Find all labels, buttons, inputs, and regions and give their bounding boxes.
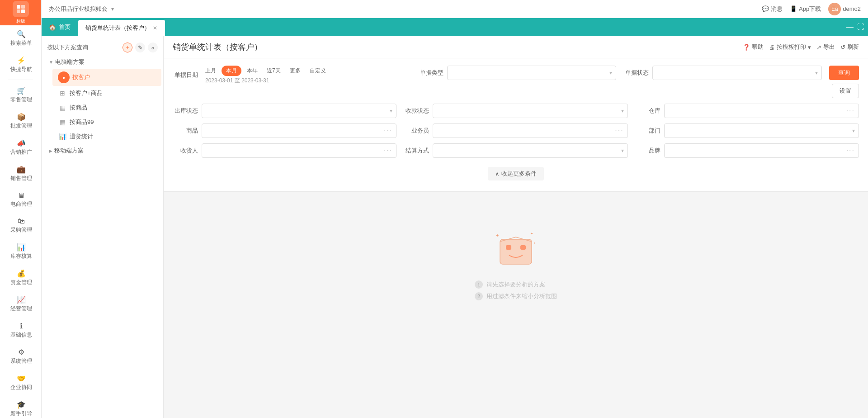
doc-status-label: 单据状态	[623, 69, 649, 77]
tree-child-by-customer[interactable]: ● 按客户	[52, 69, 161, 86]
tree-parent-desktop[interactable]: ▼ 电脑端方案	[43, 55, 161, 69]
help-icon: ❓	[743, 44, 750, 51]
sidebar-item-ecommerce[interactable]: 🖥 电商管理	[0, 187, 41, 213]
tab-sales-stats[interactable]: 销货单统计表（按客户） ✕	[78, 20, 165, 36]
doc-type-select[interactable]: ▾	[447, 66, 617, 80]
date-custom-btn[interactable]: 自定义	[306, 66, 330, 76]
add-scheme-btn[interactable]: ＋	[123, 43, 132, 52]
warehouse-select[interactable]: ···	[664, 104, 859, 118]
message-icon: 💬	[762, 5, 769, 12]
by-goods99-icon: ▦	[58, 118, 67, 127]
ship-status-label: 出库状态	[173, 107, 198, 115]
tabbar: 🏠 首页 销货单统计表（按客户） ✕ — ⛶	[42, 18, 868, 36]
refresh-btn[interactable]: ↺ 刷新	[840, 43, 859, 51]
tab-close-icon[interactable]: ✕	[153, 25, 157, 31]
brand-select[interactable]: ···	[664, 143, 859, 158]
tab-minimize-icon[interactable]: —	[846, 23, 854, 31]
brand-label: 品牌	[635, 147, 660, 155]
tree-child-by-goods[interactable]: ▦ 按商品	[52, 100, 161, 115]
sidebar-item-basic[interactable]: ℹ 基础信息	[0, 317, 41, 343]
collapse-panel-btn[interactable]: «	[148, 43, 158, 52]
tree-child-by-goods99[interactable]: ▦ 按商品99	[52, 115, 161, 129]
export-btn[interactable]: ↗ 导出	[816, 43, 835, 51]
sidebar-item-guide[interactable]: 🎓 新手引导	[0, 396, 41, 418]
sidebar-item-search-menu[interactable]: 🔍 搜索菜单	[0, 25, 41, 52]
date-7days-btn[interactable]: 近7天	[263, 66, 284, 76]
sidebar-item-cooperation[interactable]: 🤝 企业协同	[0, 370, 41, 396]
tree-parent-mobile[interactable]: ▶ 移动端方案	[43, 144, 161, 157]
salesperson-label: 业务员	[404, 127, 429, 135]
sidebar-item-label: 销售管理	[10, 175, 32, 182]
svg-rect-1	[21, 5, 25, 9]
sidebar-item-label: 电商管理	[10, 200, 32, 208]
salesperson-dots: ···	[615, 127, 623, 135]
sidebar-item-sales[interactable]: 💼 销售管理	[0, 161, 41, 187]
topbar-dropdown-icon[interactable]: ▾	[111, 6, 114, 12]
doc-type-dropdown-icon: ▾	[609, 70, 612, 76]
tab-maximize-icon[interactable]: ⛶	[857, 23, 864, 31]
sidebar-item-marketing[interactable]: 📣 营销推广	[0, 134, 41, 161]
department-label: 部门	[635, 127, 660, 135]
doc-status-select[interactable]: ▾	[652, 66, 822, 80]
svg-rect-6	[520, 245, 526, 250]
customer-goods-icon: ⊞	[58, 89, 67, 98]
department-select[interactable]: ▾	[664, 124, 859, 138]
sidebar-item-inventory[interactable]: 📊 库存核算	[0, 238, 41, 265]
doc-type-label: 单据类型	[418, 69, 443, 77]
topbar: 办公用品行业模拟账套 ▾ 💬 消息 📱 App下载 Ea demo2	[42, 0, 868, 18]
inventory-icon: 📊	[17, 243, 26, 252]
tree-child-return-stats[interactable]: 📊 退货统计	[52, 129, 161, 144]
tree-expand-icon: ▼	[49, 60, 53, 65]
message-btn[interactable]: 💬 消息	[762, 5, 783, 13]
system-icon: ⚙	[18, 348, 24, 356]
sidebar-item-quick-nav[interactable]: ⚡ 快捷导航	[0, 52, 41, 78]
left-panel-actions: ＋ ✎ «	[123, 43, 158, 52]
sidebar-item-wholesale[interactable]: 📦 批发管理	[0, 108, 41, 134]
settlement-select[interactable]: ▾	[433, 143, 627, 158]
date-label: 单据日期	[173, 71, 198, 79]
sidebar-item-system[interactable]: ⚙ 系统管理	[0, 343, 41, 370]
query-button[interactable]: 查询	[829, 66, 859, 80]
payment-status-select[interactable]: ▾	[433, 104, 627, 118]
tip-num-1: 1	[475, 280, 483, 289]
sales-icon: 💼	[17, 165, 26, 174]
settings-button[interactable]: 设置	[832, 84, 859, 98]
sidebar-item-operations[interactable]: 📈 经营管理	[0, 291, 41, 317]
help-btn[interactable]: ❓ 帮助	[743, 43, 764, 51]
date-last-month-btn[interactable]: 上月	[202, 66, 220, 76]
sidebar-item-purchase[interactable]: 🛍 采购管理	[0, 213, 41, 238]
date-this-year-btn[interactable]: 本年	[243, 66, 261, 76]
operations-icon: 📈	[17, 295, 26, 304]
empty-tip-2: 2 用过滤条件来缩小分析范围	[475, 292, 557, 300]
app-download-btn[interactable]: 📱 App下载	[790, 5, 821, 13]
goods-select[interactable]: ···	[202, 124, 396, 138]
date-more-btn[interactable]: 更多	[286, 66, 304, 76]
sidebar-divider	[8, 80, 33, 80]
goods-label: 商品	[173, 127, 198, 135]
date-this-month-btn[interactable]: 本月	[222, 66, 241, 76]
collapse-filters-btn[interactable]: ∧ 收起更多条件	[488, 167, 544, 180]
tabbar-actions: — ⛶	[846, 23, 868, 31]
logo-icon	[13, 1, 29, 17]
tab-home[interactable]: 🏠 首页	[42, 18, 78, 36]
receiver-select[interactable]: ···	[202, 143, 396, 158]
wholesale-icon: 📦	[17, 113, 26, 121]
edit-scheme-btn[interactable]: ✎	[135, 43, 145, 52]
sidebar-item-retail[interactable]: 🛒 零售管理	[0, 82, 41, 108]
print-btn[interactable]: 🖨 按模板打印 ▾	[769, 43, 811, 51]
query-btn-group: 查询 设置	[829, 66, 859, 98]
ship-status-select[interactable]: ▾	[202, 104, 396, 118]
sidebar-item-finance[interactable]: 💰 资金管理	[0, 265, 41, 291]
logo-text: 标版	[16, 18, 25, 24]
return-stats-icon: 📊	[58, 132, 67, 141]
retail-icon: 🛒	[17, 86, 26, 95]
user-menu[interactable]: Ea demo2	[828, 3, 861, 15]
salesperson-select[interactable]: ···	[433, 124, 627, 138]
topbar-left: 办公用品行业模拟账套 ▾	[49, 5, 114, 13]
left-panel-header: 按以下方案查询 ＋ ✎ «	[42, 40, 163, 55]
tree-parent-label-mobile: 移动端方案	[54, 147, 84, 155]
tree-children-desktop: ● 按客户 ⊞ 按客户+商品 ▦ 按商品 ▦ 按商品99	[43, 69, 161, 144]
payment-status-label: 收款状态	[404, 107, 429, 115]
tree-child-label: 按客户+商品	[70, 89, 103, 97]
tree-child-customer-goods[interactable]: ⊞ 按客户+商品	[52, 86, 161, 100]
